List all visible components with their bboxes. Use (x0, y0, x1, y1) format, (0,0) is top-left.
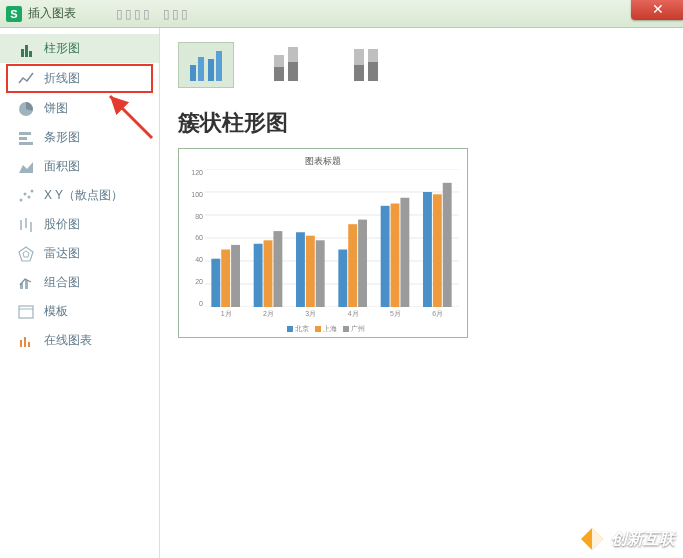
svg-marker-12 (19, 247, 33, 261)
bar-chart-icon (18, 41, 34, 57)
sidebar-item-bar[interactable]: 条形图 (0, 123, 159, 152)
sidebar-item-label: 组合图 (44, 274, 80, 291)
svg-rect-33 (273, 231, 282, 307)
svg-rect-36 (316, 240, 325, 307)
sidebar-item-label: 饼图 (44, 100, 68, 117)
sidebar-item-line[interactable]: 折线图 (6, 64, 153, 93)
svg-rect-16 (19, 306, 33, 318)
svg-rect-31 (254, 244, 263, 307)
sidebar-item-stock[interactable]: 股价图 (0, 210, 159, 239)
chart-type-sidebar: 柱形图 折线图 饼图 条形图 面积图 X Y（散点图） 股价图 雷达图 (0, 28, 160, 558)
svg-rect-42 (400, 198, 409, 307)
svg-rect-34 (296, 232, 305, 307)
sidebar-item-label: 在线图表 (44, 332, 92, 349)
svg-rect-1 (19, 132, 31, 135)
svg-point-7 (28, 195, 31, 198)
svg-rect-3 (19, 142, 33, 145)
svg-point-8 (31, 189, 34, 192)
sidebar-item-online[interactable]: 在线图表 (0, 326, 159, 355)
svg-rect-19 (24, 337, 26, 347)
sidebar-item-label: 雷达图 (44, 245, 80, 262)
svg-rect-37 (338, 250, 347, 308)
chart-inner-title: 图表标题 (187, 155, 459, 168)
svg-marker-4 (19, 162, 33, 173)
svg-rect-2 (19, 137, 27, 140)
svg-point-5 (20, 198, 23, 201)
sidebar-item-label: 股价图 (44, 216, 80, 233)
sidebar-item-label: X Y（散点图） (44, 187, 123, 204)
svg-rect-32 (264, 240, 273, 307)
sidebar-item-label: 面积图 (44, 158, 80, 175)
sidebar-item-radar[interactable]: 雷达图 (0, 239, 159, 268)
combo-chart-icon (18, 275, 34, 291)
app-icon: S (6, 6, 22, 22)
content-pane: 簇状柱形图 图表标题 120100806040200 1月2月3月4月5月6月 … (160, 28, 683, 558)
svg-rect-29 (221, 250, 230, 308)
watermark-text: 创新互联 (611, 529, 675, 550)
sidebar-item-label: 条形图 (44, 129, 80, 146)
svg-marker-13 (23, 251, 29, 257)
sidebar-item-label: 折线图 (44, 70, 80, 87)
svg-rect-39 (358, 220, 367, 307)
watermark: 创新互联 (579, 526, 675, 552)
title-bar: S 插入图表 ▯▯▯▯ ▯▯▯ ✕ (0, 0, 683, 28)
watermark-logo-icon (579, 526, 605, 552)
line-chart-icon (18, 71, 34, 87)
svg-rect-41 (391, 204, 400, 308)
svg-rect-38 (348, 224, 357, 307)
subtype-stacked[interactable] (258, 42, 314, 88)
svg-rect-40 (381, 206, 390, 307)
pie-chart-icon (18, 101, 34, 117)
svg-rect-30 (231, 245, 240, 307)
svg-rect-45 (443, 183, 452, 307)
x-axis: 1月2月3月4月5月6月 (205, 309, 459, 321)
chart-subtype-title: 簇状柱形图 (178, 108, 665, 138)
close-button[interactable]: ✕ (631, 0, 683, 20)
hbar-chart-icon (18, 130, 34, 146)
sidebar-item-label: 柱形图 (44, 40, 80, 57)
sidebar-item-pie[interactable]: 饼图 (0, 94, 159, 123)
template-icon (18, 304, 34, 320)
sidebar-item-column[interactable]: 柱形图 (0, 34, 159, 63)
title-ghost: ▯▯▯▯ ▯▯▯ (116, 7, 190, 21)
window-title: 插入图表 (28, 5, 76, 22)
area-chart-icon (18, 159, 34, 175)
svg-point-6 (24, 192, 27, 195)
subtype-row (178, 42, 665, 88)
svg-rect-35 (306, 236, 315, 307)
svg-rect-43 (423, 192, 432, 307)
svg-rect-44 (433, 194, 442, 307)
chart-legend: 北京上海广州 (179, 324, 467, 334)
online-chart-icon (18, 333, 34, 349)
chart-preview: 图表标题 120100806040200 1月2月3月4月5月6月 北京上海广州 (178, 148, 468, 338)
dialog-body: 柱形图 折线图 饼图 条形图 面积图 X Y（散点图） 股价图 雷达图 (0, 28, 683, 558)
stock-chart-icon (18, 217, 34, 233)
svg-rect-20 (28, 342, 30, 347)
y-axis: 120100806040200 (185, 169, 203, 307)
svg-rect-28 (211, 259, 220, 307)
radar-chart-icon (18, 246, 34, 262)
sidebar-item-label: 模板 (44, 303, 68, 320)
sidebar-item-area[interactable]: 面积图 (0, 152, 159, 181)
sidebar-item-combo[interactable]: 组合图 (0, 268, 159, 297)
svg-rect-15 (25, 280, 28, 289)
close-icon: ✕ (652, 1, 664, 17)
svg-rect-18 (20, 340, 22, 347)
sidebar-item-scatter[interactable]: X Y（散点图） (0, 181, 159, 210)
scatter-chart-icon (18, 188, 34, 204)
subtype-clustered[interactable] (178, 42, 234, 88)
subtype-100stacked[interactable] (338, 42, 394, 88)
plot-area (205, 169, 459, 307)
sidebar-item-template[interactable]: 模板 (0, 297, 159, 326)
